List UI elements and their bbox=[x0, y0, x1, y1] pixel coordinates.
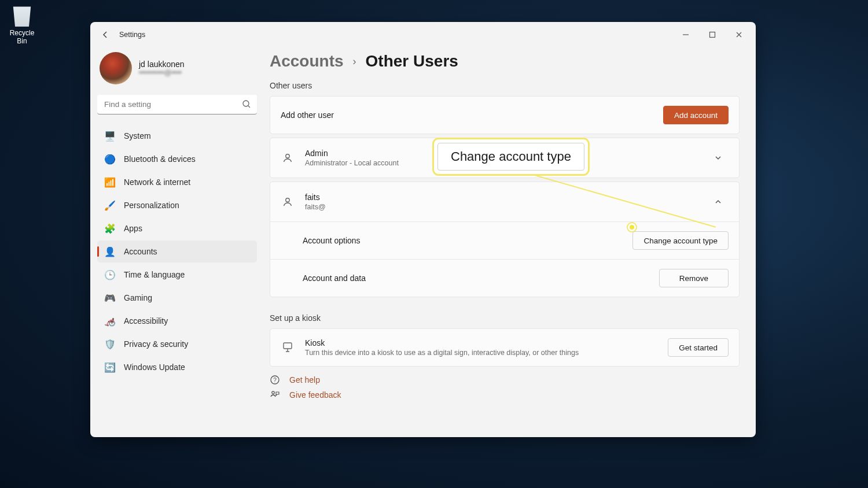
change-account-type-button[interactable]: Change account type bbox=[632, 231, 729, 250]
clock-icon: 🕒 bbox=[104, 269, 116, 280]
close-button[interactable] bbox=[726, 23, 752, 46]
profile-email: ••••••••••@•••• bbox=[139, 69, 185, 77]
recycle-bin-icon bbox=[10, 2, 34, 27]
kiosk-card: Kiosk Turn this device into a kiosk to u… bbox=[270, 328, 740, 367]
account-options-row: Account options Change account type bbox=[270, 221, 739, 259]
breadcrumb: Accounts › Other Users bbox=[270, 52, 740, 71]
nav-gaming[interactable]: 🎮Gaming bbox=[97, 287, 257, 309]
nav-time[interactable]: 🕒Time & language bbox=[97, 264, 257, 286]
nav-update[interactable]: 🔄Windows Update bbox=[97, 356, 257, 378]
search-input[interactable] bbox=[97, 95, 257, 114]
breadcrumb-parent[interactable]: Accounts bbox=[270, 52, 344, 71]
expand-admin[interactable] bbox=[708, 147, 729, 168]
settings-window: Settings jd laukkonen ••••••••••@•••• bbox=[90, 22, 756, 437]
add-other-user-card: Add other user Add account bbox=[270, 96, 740, 134]
nav-privacy[interactable]: 🛡️Privacy & security bbox=[97, 333, 257, 355]
svg-point-3 bbox=[286, 198, 289, 202]
svg-text:?: ? bbox=[273, 377, 277, 383]
update-icon: 🔄 bbox=[104, 362, 116, 373]
brush-icon: 🖌️ bbox=[104, 200, 116, 211]
nav-apps[interactable]: 🧩Apps bbox=[97, 217, 257, 239]
account-data-row: Account and data Remove bbox=[270, 259, 739, 297]
sidebar: jd laukkonen ••••••••••@•••• 🖥️System 🔵B… bbox=[90, 47, 264, 437]
feedback-icon bbox=[270, 390, 281, 400]
nav: 🖥️System 🔵Bluetooth & devices 📶Network &… bbox=[97, 125, 257, 378]
nav-system[interactable]: 🖥️System bbox=[97, 125, 257, 147]
nav-network[interactable]: 📶Network & internet bbox=[97, 171, 257, 193]
user-faits-card: faits faits@ Account options Change acco… bbox=[270, 182, 740, 297]
remove-button[interactable]: Remove bbox=[659, 269, 729, 287]
content: Accounts › Other Users Other users Add o… bbox=[264, 47, 756, 437]
kiosk-sub: Turn this device into a kiosk to use as … bbox=[305, 349, 668, 357]
gamepad-icon: 🎮 bbox=[104, 293, 116, 304]
add-other-user-label: Add other user bbox=[281, 110, 663, 120]
section-other-users: Other users bbox=[270, 81, 740, 90]
desktop-recycle-bin[interactable]: Recycle Bin bbox=[5, 2, 39, 45]
svg-point-1 bbox=[243, 101, 249, 106]
avatar bbox=[100, 52, 132, 84]
profile-block[interactable]: jd laukkonen ••••••••••@•••• bbox=[97, 47, 257, 95]
minimize-button[interactable] bbox=[672, 23, 699, 46]
annotation-text: Change account type bbox=[437, 143, 584, 171]
window-title: Settings bbox=[119, 31, 145, 39]
nav-personalization[interactable]: 🖌️Personalization bbox=[97, 194, 257, 216]
person-icon bbox=[281, 195, 295, 209]
back-button[interactable] bbox=[94, 23, 117, 46]
nav-accessibility[interactable]: 🦽Accessibility bbox=[97, 310, 257, 332]
help-icon: ? bbox=[270, 375, 281, 385]
get-help-link[interactable]: Get help bbox=[289, 375, 320, 385]
profile-name: jd laukkonen bbox=[139, 60, 185, 69]
display-icon: 🖥️ bbox=[104, 131, 116, 142]
breadcrumb-current: Other Users bbox=[366, 52, 458, 71]
minimize-icon bbox=[682, 31, 689, 38]
annotation-dot bbox=[628, 223, 636, 231]
apps-icon: 🧩 bbox=[104, 223, 116, 234]
maximize-icon bbox=[709, 31, 716, 38]
feedback-row: Give feedback bbox=[270, 390, 740, 400]
chevron-up-icon bbox=[714, 198, 722, 206]
search-icon bbox=[242, 99, 251, 109]
bluetooth-icon: 🔵 bbox=[104, 154, 116, 165]
svg-point-7 bbox=[272, 391, 274, 394]
close-icon bbox=[735, 31, 742, 38]
wifi-icon: 📶 bbox=[104, 177, 116, 188]
person-icon: 👤 bbox=[104, 246, 116, 257]
titlebar: Settings bbox=[90, 22, 756, 47]
shield-icon: 🛡️ bbox=[104, 339, 116, 350]
arrow-left-icon bbox=[101, 30, 110, 39]
account-options-label: Account options bbox=[303, 236, 632, 245]
get-started-button[interactable]: Get started bbox=[668, 338, 729, 357]
svg-point-2 bbox=[286, 154, 289, 158]
chevron-down-icon bbox=[714, 154, 722, 162]
get-help-row: ? Get help bbox=[270, 375, 740, 385]
search-box bbox=[97, 95, 257, 114]
annotation-callout: Change account type bbox=[434, 139, 588, 174]
nav-accounts[interactable]: 👤Accounts bbox=[97, 241, 257, 263]
account-data-label: Account and data bbox=[303, 273, 659, 283]
collapse-faits[interactable] bbox=[708, 191, 729, 212]
user-faits-header[interactable]: faits faits@ bbox=[270, 182, 739, 221]
kiosk-title: Kiosk bbox=[305, 338, 668, 347]
add-account-button[interactable]: Add account bbox=[663, 106, 729, 124]
svg-rect-0 bbox=[710, 32, 715, 38]
user-faits-name: faits bbox=[305, 193, 708, 202]
recycle-bin-label: Recycle Bin bbox=[5, 29, 39, 45]
maximize-button[interactable] bbox=[699, 23, 726, 46]
svg-rect-4 bbox=[284, 343, 292, 349]
accessibility-icon: 🦽 bbox=[104, 316, 116, 327]
nav-bluetooth[interactable]: 🔵Bluetooth & devices bbox=[97, 148, 257, 170]
person-icon bbox=[281, 151, 295, 165]
window-controls bbox=[672, 23, 752, 46]
section-kiosk: Set up a kiosk bbox=[270, 313, 740, 323]
chevron-right-icon: › bbox=[353, 56, 356, 68]
kiosk-icon bbox=[281, 341, 295, 354]
give-feedback-link[interactable]: Give feedback bbox=[289, 390, 341, 400]
